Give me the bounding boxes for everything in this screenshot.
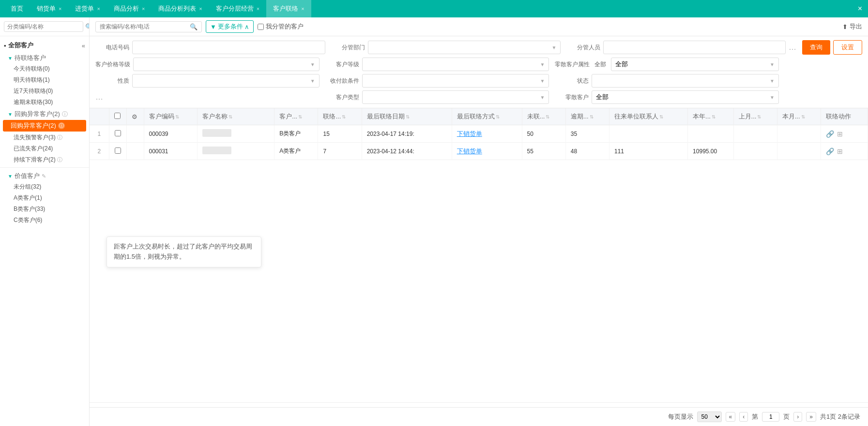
sidebar-section-pending[interactable]: ▼ 待联络客户 [0, 52, 89, 63]
search-input[interactable] [100, 23, 190, 30]
row-1-uncontacted: 50 [522, 125, 565, 143]
close-product-analysis-icon[interactable]: × [142, 6, 145, 12]
export-button[interactable]: ⬆ 导出 [842, 22, 862, 31]
row-1-grid-icon[interactable]: ⊞ [837, 130, 843, 138]
sidebar-section-repurchase[interactable]: ▼ 回购异常客户(2) ⓘ [0, 108, 89, 119]
row-1-select[interactable] [115, 130, 121, 136]
page-size-select[interactable]: 20 50 100 [697, 411, 722, 422]
status-dropdown[interactable]: ▼ [592, 74, 779, 88]
col-this-year: 本年...⇅ [688, 108, 733, 125]
my-customers-check[interactable] [258, 24, 264, 30]
sidebar-item-repurchase-active[interactable]: 回购异常客户(2) ⓘ [3, 120, 86, 132]
col-settings[interactable]: ⚙ [126, 108, 144, 125]
row-2-num: 2 [90, 143, 109, 160]
sort-year-icon[interactable]: ⇅ [712, 114, 716, 119]
row-1-link-icon[interactable]: 🔗 [826, 130, 834, 138]
sidebar-item-class-c[interactable]: C类客户(6) [0, 215, 89, 226]
sort-method-icon[interactable]: ⇅ [496, 114, 500, 119]
row-1-checkbox[interactable] [109, 125, 126, 143]
first-page-button[interactable]: « [726, 412, 736, 422]
nav-product-analysis-list[interactable]: 商品分析列表 × [152, 0, 209, 17]
sidebar-item-unclassified[interactable]: 未分组(32) [0, 181, 89, 192]
prev-page-button[interactable]: ‹ [739, 412, 748, 422]
nav-sales-order[interactable]: 销货单 × [30, 0, 68, 17]
my-customers-checkbox[interactable]: 我分管的客户 [258, 22, 304, 31]
row-1-lmonth [733, 125, 777, 143]
sort-month-icon[interactable]: ⇅ [801, 114, 805, 119]
sidebar-item-overdue-pending[interactable]: 逾期未联络(30) [0, 97, 89, 108]
price-level-dropdown[interactable]: ▼ [133, 58, 320, 71]
edit-icon[interactable]: ✎ [42, 173, 46, 179]
select-all-checkbox[interactable] [114, 113, 121, 119]
row-2-link-icon[interactable]: 🔗 [826, 147, 834, 155]
close-sales-order-icon[interactable]: × [59, 6, 61, 12]
sort-name-icon[interactable]: ⇅ [228, 114, 232, 119]
nav-product-analysis[interactable]: 商品分析 × [107, 0, 152, 17]
manager-input[interactable] [603, 41, 786, 54]
sidebar-item-declining[interactable]: 持续下滑客户(2) ⓘ [0, 154, 89, 165]
row-1-year [688, 125, 733, 143]
nav-customer-stratification[interactable]: 客户分层经营 × [209, 0, 266, 17]
nature-dropdown[interactable]: ▼ [132, 74, 320, 88]
sidebar-search-input[interactable] [4, 21, 83, 32]
customer-type-dropdown[interactable]: ▼ [362, 90, 549, 104]
row-2-method-link[interactable]: 下销货单 [457, 147, 482, 155]
filter-search-icon[interactable]: 🔍 [190, 23, 198, 30]
row-2-checkbox[interactable] [109, 143, 126, 160]
nav-home[interactable]: 首页 [4, 0, 30, 17]
nav-customer-contact[interactable]: 客户联络 × [266, 0, 311, 17]
col-contact: 联络...⇅ [318, 108, 362, 125]
last-page-button[interactable]: » [806, 412, 816, 422]
scatter-attr-dropdown[interactable]: 全部 ▼ [611, 58, 779, 71]
more-conditions-button[interactable]: ▼ 更多条件 ∧ [206, 20, 254, 33]
sidebar-item-churn-warning[interactable]: 流失预警客户(3) ⓘ [0, 132, 89, 143]
payment-dropdown[interactable]: ▼ [362, 74, 549, 88]
all-customers-header[interactable]: ▪ 全部客户 « [0, 39, 89, 52]
dept-dropdown[interactable]: ▼ [368, 41, 561, 54]
row-2-grid-icon[interactable]: ⊞ [837, 147, 843, 155]
settings-button[interactable]: 设置 [833, 40, 862, 55]
sort-date-icon[interactable]: ⇅ [406, 114, 410, 119]
sidebar-item-today-pending[interactable]: 今天待联络(0) [0, 63, 89, 74]
sidebar-item-tomorrow-pending[interactable]: 明天待联络(1) [0, 74, 89, 86]
scatter-customer-dropdown[interactable]: 全部 ▼ [592, 90, 779, 104]
sidebar-item-churned[interactable]: 已流失客户(24) [0, 143, 89, 154]
sort-type-icon[interactable]: ⇅ [298, 114, 302, 119]
row-2-method: 下销货单 [452, 143, 522, 160]
nav-purchase-order[interactable]: 进货单 × [68, 0, 107, 17]
sidebar-item-class-a[interactable]: A类客户(1) [0, 192, 89, 204]
phone-input[interactable] [132, 41, 325, 54]
row-2-select[interactable] [115, 147, 121, 154]
row-1-month [777, 125, 821, 143]
sort-lmonth-icon[interactable]: ⇅ [757, 114, 761, 119]
sort-contact-icon[interactable]: ⇅ [342, 114, 346, 119]
sort-uncontacted-icon[interactable]: ⇅ [546, 114, 549, 119]
table-settings-icon[interactable]: ⚙ [132, 113, 137, 120]
close-product-analysis-list-icon[interactable]: × [199, 6, 202, 12]
row4-dots-icon[interactable]: … [95, 93, 103, 102]
col-last-contact-method: 最后联络方式⇅ [452, 108, 522, 125]
sidebar-section-value[interactable]: ▼ 价值客户 ✎ [0, 170, 89, 181]
next-page-button[interactable]: › [793, 412, 802, 422]
filter-field-customer-level: 客户等级 ▼ [325, 58, 549, 71]
col-last-month: 上月...⇅ [733, 108, 777, 125]
row-1-method-link[interactable]: 下销货单 [457, 130, 482, 137]
sidebar-item-class-b[interactable]: B类客户(33) [0, 204, 89, 215]
row-2-action-icons: 🔗 ⊞ [826, 147, 863, 155]
sidebar-search-icon[interactable]: 🔍 [85, 23, 90, 30]
sort-unit-icon[interactable]: ⇅ [659, 114, 663, 119]
col-no [90, 108, 109, 125]
customer-level-dropdown[interactable]: ▼ [362, 58, 549, 71]
page-number-input[interactable] [762, 412, 779, 422]
sort-code-icon[interactable]: ⇅ [175, 114, 179, 119]
close-customer-stratification-icon[interactable]: × [257, 6, 259, 12]
manager-dots-icon[interactable]: … [789, 43, 796, 52]
sidebar-collapse-icon[interactable]: « [82, 42, 85, 49]
horizontal-scrollbar[interactable] [90, 402, 868, 407]
close-purchase-order-icon[interactable]: × [97, 6, 100, 12]
sort-overdue-icon[interactable]: ⇅ [590, 114, 594, 119]
query-button[interactable]: 查询 [802, 40, 830, 55]
sidebar-item-7days-pending[interactable]: 近7天待联络(0) [0, 86, 89, 97]
close-all-tabs-button[interactable]: × [858, 4, 862, 13]
close-customer-contact-icon[interactable]: × [301, 6, 304, 12]
